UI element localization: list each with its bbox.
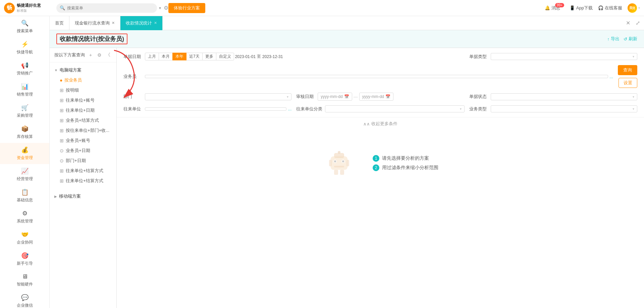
salesman-select[interactable] <box>145 75 608 78</box>
date-btn-custom[interactable]: 自定义 <box>216 53 234 60</box>
dept-select[interactable]: ▾ <box>145 93 291 100</box>
tab-collectionstats-close[interactable]: ✕ <box>154 21 157 25</box>
doc-type-arrow-icon: ▾ <box>633 55 634 58</box>
online-service-action[interactable]: 🎧 在线客服 <box>598 5 622 11</box>
scheme-item-salesman-date[interactable]: ⊙ 业务员+日期 <box>50 146 116 156</box>
collapse-sidebar-panel-btn[interactable]: 《 <box>104 51 112 59</box>
sidebar-item-corp-wechat[interactable]: 💬 企业微信 <box>0 291 49 308</box>
wechat-icon: 💬 <box>21 294 29 301</box>
close-window-btn[interactable]: ✕ <box>625 18 632 28</box>
scheme-settings-btn[interactable]: ⚙ <box>96 51 103 59</box>
unit-settle1-icon: ⊞ <box>60 168 64 173</box>
page-title: 收款情况统计(按业务员) <box>56 34 127 44</box>
scheme-item-salesman-account[interactable]: ⊞ 业务员+账号 <box>50 136 116 146</box>
export-label: 导出 <box>611 36 620 42</box>
scheme-item-unit-dept-collect[interactable]: ⊞ 按往来单位+部门+收... <box>50 125 116 136</box>
tip-num-1: 1 <box>373 155 379 162</box>
message-action[interactable]: 🔔 消息 99+ <box>545 5 560 11</box>
sidebar-item-system[interactable]: ⚙ 系统管理 <box>0 206 49 227</box>
sidebar-item-quick-nav[interactable]: ⚡ 快捷导航 <box>0 37 49 58</box>
counterpart-label: 往来单位 <box>123 106 142 112</box>
mobile-scheme-group-header[interactable]: ▶ 移动端方案 <box>50 191 116 201</box>
counterpart-select[interactable] <box>145 107 286 111</box>
search-input[interactable] <box>67 6 154 10</box>
sidebar-item-corpwechat-label: 企业微信 <box>17 303 33 308</box>
group-expand-arrow-icon: ▼ <box>54 68 58 72</box>
filter-sidebar-title-area: 按以下方案查询 <box>54 52 85 58</box>
sidebar-item-inventory[interactable]: 📦 库存核算 <box>0 122 49 143</box>
inventory-icon: 📦 <box>21 125 29 133</box>
search-icon: 🔍 <box>60 5 65 10</box>
sidebar-item-purchase[interactable]: 🛒 采购管理 <box>0 101 49 122</box>
logo-area: 畅 畅捷通好生意 标准版 <box>4 3 54 13</box>
gear-settings-icon[interactable]: ⚙ <box>164 5 168 11</box>
date-btn-last-month[interactable]: 上月 <box>145 53 159 60</box>
sidebar-item-capital[interactable]: 💰 资金管理 <box>0 143 49 164</box>
tab-collectionstats-label: 收款情况统计 <box>126 20 152 26</box>
sidebar-item-guide-label: 新手引导 <box>17 261 33 266</box>
user-area[interactable]: Rit ▾ <box>628 3 640 13</box>
sidebar-item-baseinfo-label: 基础信息 <box>17 197 33 203</box>
sidebar-item-operations[interactable]: 📈 经营管理 <box>0 164 49 185</box>
sidebar-item-marketing[interactable]: 📢 营销推广 <box>0 58 49 80</box>
sidebar-item-base-info[interactable]: 📋 基础信息 <box>0 185 49 206</box>
sidebar-item-smart-hw[interactable]: 🖥 智能硬件 <box>0 270 49 291</box>
scheme-item-unit-settle1[interactable]: ⊞ 往来单位+结算方式 <box>50 166 116 176</box>
scheme-item-unit-settle2[interactable]: ⊞ 往来单位+结算方式 <box>50 176 116 186</box>
scheme-item-unit-account[interactable]: ⊞ 往来单位+账号 <box>50 95 116 105</box>
scheme-item-by-detail[interactable]: ⊞ 按明细 <box>50 85 116 95</box>
date-btn-more[interactable]: 更多 <box>202 53 216 60</box>
query-button[interactable]: 查询 <box>618 65 637 75</box>
desktop-scheme-group-header[interactable]: ▼ 电脑端方案 <box>50 65 116 75</box>
add-scheme-btn[interactable]: + <box>87 51 94 59</box>
filter-row-1b: 业务员 ... 查询 设置 <box>123 65 637 88</box>
unit-settle2-icon: ⊞ <box>60 178 64 184</box>
collapse-more-conditions-btn[interactable]: ∧∧ 收起更多条件 <box>117 117 644 130</box>
filter-sidebar: 按以下方案查询 + ⚙ 《 ▼ 电脑端方案 <box>50 48 117 308</box>
refresh-btn[interactable]: ↺ 刷新 <box>624 36 637 42</box>
counterpart-more-btn[interactable]: ... <box>288 106 291 111</box>
date-btn-this-month[interactable]: 本月 <box>159 53 173 60</box>
mobile-group-arrow-icon: ▶ <box>54 195 57 198</box>
top-search-bar[interactable]: 🔍 <box>56 3 157 13</box>
scheme-item-by-salesman[interactable]: ● 按业务员 <box>50 75 116 85</box>
maximize-window-btn[interactable]: ⤢ <box>634 18 641 28</box>
sidebar-item-guide[interactable]: 🎯 新手引导 <box>0 249 49 270</box>
scheme-item-salesman-settle[interactable]: ⊞ 业务员+结算方式 <box>50 115 116 125</box>
date-btn-this-year[interactable]: 本年 <box>172 53 186 60</box>
empty-tips: 1 请先选择要分析的方案 2 用过滤条件来缩小分析范围 <box>373 155 438 171</box>
review-date-to-input[interactable]: yyyy-mm-dd 📅 <box>359 93 393 101</box>
collapse-label: 收起更多条件 <box>371 121 397 127</box>
date-btn-7days[interactable]: 近7天 <box>186 53 203 60</box>
sidebar-item-system-label: 系统管理 <box>17 218 33 224</box>
app-name: 畅捷通好生意 <box>17 3 41 8</box>
doc-type-select[interactable]: ▾ <box>491 53 637 60</box>
scheme-item-unit-settle2-label: 往来单位+结算方式 <box>66 178 103 184</box>
date-range-input: 2023-01-01 至 2023-12-31 <box>235 54 283 59</box>
sidebar-item-corp-collab[interactable]: 🤝 企业协同 <box>0 227 49 249</box>
doc-status-arrow-icon: ▾ <box>633 95 634 99</box>
empty-tip-1: 1 请先选择要分析的方案 <box>373 155 438 162</box>
app-download-action[interactable]: 📱 App下载 <box>570 5 593 11</box>
counterpart-cat-arrow-icon: ▾ <box>460 107 462 111</box>
doc-status-select[interactable]: ▾ <box>491 93 637 100</box>
scheme-item-dept-date[interactable]: ⊙ 部门+日期 <box>50 156 116 166</box>
dropdown-arrow-icon[interactable]: ▾ <box>159 6 161 10</box>
dept-field: 部门 ▾ <box>123 93 291 100</box>
sidebar-item-search[interactable]: 🔍 搜索菜单 <box>0 16 49 37</box>
settings-button[interactable]: 设置 <box>619 78 637 88</box>
trial-button[interactable]: 体验行业方案 <box>168 3 205 13</box>
scheme-item-by-salesman-label: 按业务员 <box>64 77 82 83</box>
salesman-more-btn[interactable]: ... <box>609 74 613 79</box>
biz-type-select[interactable]: ▾ <box>491 105 637 112</box>
counterpart-cat-select[interactable]: ▾ <box>325 105 464 112</box>
review-date-label: 审核日期 <box>296 94 315 100</box>
tab-home[interactable]: 首页 <box>50 16 69 30</box>
tab-bankflow-close[interactable]: ✕ <box>112 21 115 25</box>
review-date-from-input[interactable]: yyyy-mm-dd 📅 <box>318 93 352 101</box>
tab-bank-flow[interactable]: 现金银行流水查询 ✕ <box>69 16 120 30</box>
export-btn[interactable]: ↑ 导出 <box>607 36 620 42</box>
scheme-item-unit-date[interactable]: ⊞ 往来单位+日期 <box>50 105 116 115</box>
sidebar-item-sales[interactable]: 📊 销售管理 <box>0 80 49 101</box>
tab-collection-stats[interactable]: 收款情况统计 ✕ <box>120 16 163 30</box>
